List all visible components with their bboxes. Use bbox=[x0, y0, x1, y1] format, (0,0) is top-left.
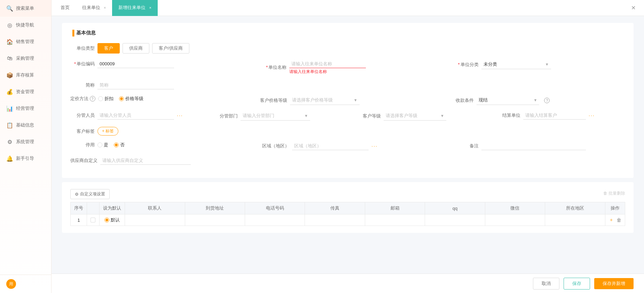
row-qq[interactable] bbox=[425, 214, 485, 226]
sidebar-item-basic[interactable]: 📋 基础信息 bbox=[0, 117, 51, 133]
customer-level-select[interactable]: 请选择客户等级 ▼ bbox=[384, 111, 446, 121]
row-phone-input[interactable] bbox=[249, 218, 301, 223]
sidebar-item-purchase[interactable]: 🛍 采购管理 bbox=[0, 50, 51, 67]
price-level-label: 客户价格等级 bbox=[260, 97, 287, 104]
basic-info-section: ▐ 基本信息 单位类型 客户 供应商 客户/供应商 *单位编 bbox=[62, 23, 634, 178]
row-fax[interactable] bbox=[305, 214, 365, 226]
stop-no-radio[interactable]: 否 bbox=[114, 142, 125, 148]
dept-select[interactable]: 请输入分管部门 ▼ bbox=[241, 111, 310, 121]
sidebar-item-operation[interactable]: 📊 经营管理 bbox=[0, 100, 51, 117]
add-tag-button[interactable]: + 标签 bbox=[97, 127, 118, 136]
dept-label: 分管部门 bbox=[213, 113, 238, 119]
row-qq-input[interactable] bbox=[429, 218, 481, 223]
pricing-help-icon[interactable]: ? bbox=[90, 96, 95, 101]
sidebar-item-finance[interactable]: 💰 资金管理 bbox=[0, 83, 51, 100]
price-level-select[interactable]: 请选择客户价格等级 ▼ bbox=[290, 96, 360, 105]
payment-select[interactable]: 现结 ▼ bbox=[477, 96, 539, 105]
sidebar-item-quicknav[interactable]: ◎ 快捷导航 bbox=[0, 17, 51, 33]
type-btn-both[interactable]: 客户/供应商 bbox=[152, 43, 189, 54]
col-contact: 联系人 bbox=[125, 202, 185, 214]
window-close-button[interactable]: ✕ bbox=[626, 5, 641, 11]
abbr-label: 简称 bbox=[70, 82, 95, 88]
manager-label: 分管人员 bbox=[70, 112, 95, 119]
sales-icon: 🏠 bbox=[6, 38, 13, 45]
region-more-icon[interactable]: ··· bbox=[371, 143, 378, 149]
sidebar-item-system[interactable]: ⚙ 系统管理 bbox=[0, 133, 51, 150]
tag-label: 客户标签 bbox=[70, 128, 95, 135]
row-wechat[interactable] bbox=[485, 214, 545, 226]
stop-radio-group: 是 否 bbox=[97, 142, 125, 148]
category-select[interactable]: 未分类 ▼ bbox=[481, 60, 551, 69]
price-level-placeholder: 请选择客户价格等级 bbox=[292, 97, 333, 103]
sidebar-item-label: 新手引导 bbox=[16, 155, 34, 162]
region-field: 区域（地区） ··· bbox=[262, 142, 433, 150]
row-index: 1 bbox=[71, 214, 87, 226]
settlement-more-icon[interactable]: ··· bbox=[589, 113, 595, 118]
row-region[interactable] bbox=[545, 214, 605, 226]
sidebar-item-label: 基础信息 bbox=[16, 122, 34, 128]
row-address[interactable] bbox=[185, 214, 245, 226]
cancel-button[interactable]: 取消 bbox=[533, 278, 559, 290]
payment-value: 现结 bbox=[479, 97, 488, 103]
sidebar-item-inventory[interactable]: 📦 库存核算 bbox=[0, 67, 51, 83]
tab-partners-close[interactable]: × bbox=[104, 6, 106, 10]
region-input[interactable] bbox=[292, 142, 369, 150]
pricing-discount-radio[interactable]: 折扣 bbox=[98, 96, 113, 102]
row-address-input[interactable] bbox=[189, 218, 241, 223]
tab-home[interactable]: 首页 bbox=[54, 0, 76, 16]
row-add-icon[interactable]: ＋ bbox=[609, 217, 614, 223]
row-default-circle bbox=[104, 218, 109, 222]
row-contact-input[interactable] bbox=[128, 218, 181, 223]
tab-new-partner[interactable]: 新增往来单位 × bbox=[112, 0, 157, 16]
tab-new-partner-close[interactable]: × bbox=[149, 6, 151, 10]
custom-settings-button[interactable]: ⚙ 自定义项设置 bbox=[70, 189, 110, 199]
row-phone[interactable] bbox=[245, 214, 305, 226]
payment-help-icon[interactable]: ? bbox=[544, 98, 550, 103]
manager-more-icon[interactable]: ··· bbox=[177, 113, 183, 118]
dept-field: 分管部门 请输入分管部门 ▼ bbox=[213, 111, 343, 121]
sidebar-item-sales[interactable]: 🏠 销售管理 bbox=[0, 33, 51, 50]
code-label: *单位编码 bbox=[70, 61, 95, 67]
manager-input[interactable] bbox=[97, 111, 174, 120]
sidebar-item-label: 快捷导航 bbox=[16, 22, 34, 28]
type-btn-customer[interactable]: 客户 bbox=[97, 43, 120, 54]
customer-level-arrow-icon: ▼ bbox=[440, 114, 444, 118]
remark-input[interactable] bbox=[481, 142, 586, 150]
row-checkbox[interactable] bbox=[91, 218, 95, 222]
sidebar-item-search[interactable]: 🔍 搜索菜单 bbox=[0, 0, 51, 17]
row-email-input[interactable] bbox=[369, 218, 421, 223]
col-default: 设为默认 bbox=[99, 202, 125, 214]
supplier-custom-input[interactable] bbox=[100, 156, 191, 165]
batch-delete-button[interactable]: 🗑 批量删除 bbox=[603, 190, 625, 196]
name-error-msg: 请输入往来单位名称 bbox=[289, 69, 366, 75]
tab-new-partner-label: 新增往来单位 bbox=[118, 5, 146, 11]
save-new-button[interactable]: 保存并新增 bbox=[594, 278, 634, 289]
abbr-input[interactable] bbox=[97, 81, 174, 89]
row-delete-icon[interactable]: 🗑 bbox=[616, 217, 621, 223]
sidebar-item-label: 销售管理 bbox=[16, 39, 34, 45]
row-fax-input[interactable] bbox=[308, 218, 361, 223]
settlement-field: 结算单位 ··· bbox=[496, 111, 625, 120]
row-contact[interactable] bbox=[125, 214, 185, 226]
stop-no-circle bbox=[114, 143, 119, 147]
code-input[interactable] bbox=[97, 60, 174, 68]
basic-icon: 📋 bbox=[6, 122, 13, 129]
manager-field: 分管人员 ··· bbox=[70, 111, 199, 120]
pricing-radio-group: 折扣 价格等级 bbox=[98, 96, 143, 102]
supplier-custom-label: 供应商自定义 bbox=[70, 157, 97, 164]
stop-yes-radio[interactable]: 是 bbox=[97, 142, 108, 148]
type-btn-supplier[interactable]: 供应商 bbox=[123, 43, 149, 54]
row-region-input[interactable] bbox=[549, 218, 601, 223]
pricing-level-radio[interactable]: 价格等级 bbox=[119, 96, 143, 102]
row-email[interactable] bbox=[365, 214, 425, 226]
tab-bar: 首页 往来单位 × 新增往来单位 × ✕ bbox=[52, 0, 644, 16]
name-input[interactable] bbox=[289, 60, 366, 68]
tab-home-label: 首页 bbox=[61, 5, 70, 11]
tab-partners[interactable]: 往来单位 × bbox=[76, 0, 112, 16]
settlement-input[interactable] bbox=[523, 111, 586, 120]
row-wechat-input[interactable] bbox=[489, 218, 541, 223]
row-default-radio[interactable]: 默认 bbox=[103, 217, 121, 223]
sidebar-item-guide[interactable]: 🔔 新手引导 bbox=[0, 150, 51, 167]
save-button[interactable]: 保存 bbox=[564, 278, 590, 290]
row-checkbox-cell bbox=[87, 214, 99, 226]
